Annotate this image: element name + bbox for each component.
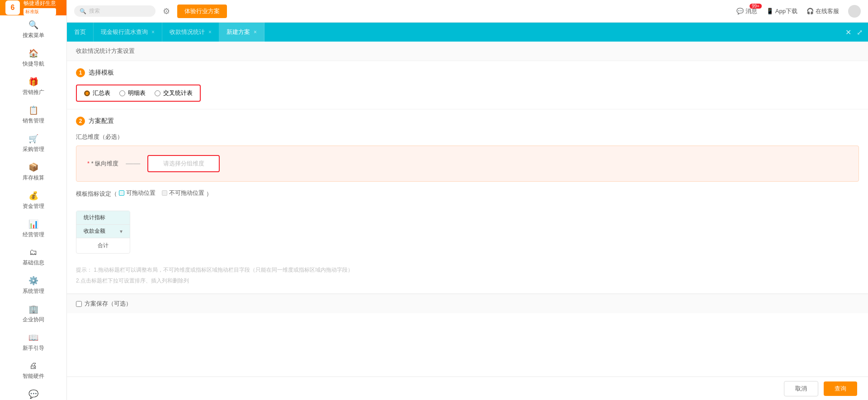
dimension-placeholder[interactable]: 请选择分组维度 <box>147 155 220 172</box>
tip-line2: 2.点击标题栏下拉可设置排序、插入列和删除列 <box>76 275 859 286</box>
hardware-icon: 🖨 <box>29 361 38 371</box>
vertical-label: * * 纵向维度 <box>87 160 118 168</box>
radio-cross-input[interactable] <box>155 90 160 96</box>
save-option: 方案保存（可选） <box>67 294 868 313</box>
service-label: 在线客服 <box>816 7 839 15</box>
save-checkbox[interactable] <box>76 301 82 307</box>
sidebar-item-finance[interactable]: 💰 资金管理 <box>0 186 66 215</box>
tip-line1: 提示： 1.拖动标题栏可以调整布局，不可跨维度或指标区域拖动栏目字段（只能在同一… <box>76 264 859 275</box>
tab-cashflow-label: 现金银行流水查询 <box>101 28 148 36</box>
col-dropdown-icon[interactable]: ▾ <box>120 228 123 235</box>
metrics-table-header: 统计指标 <box>76 211 130 225</box>
tab-new-plan[interactable]: 新建方案× <box>219 23 264 42</box>
metrics-section: 模板指标设定（ 可拖动位置 不可拖动位置 ） <box>76 189 859 254</box>
topbar-right: 💬 消息 99+ 📱 App下载 🎧 在线客服 <box>736 5 861 18</box>
basic-info-label: 基础信息 <box>23 259 44 267</box>
enterprise-label: 企业协同 <box>23 316 44 324</box>
sidebar-item-marketing[interactable]: 🎁 营销推广 <box>0 72 66 101</box>
marketing-label: 营销推广 <box>23 89 44 96</box>
radio-detail[interactable]: 明细表 <box>119 89 146 97</box>
quick-nav-label: 快捷导航 <box>23 60 44 68</box>
settings-icon[interactable]: ⚙ <box>163 6 170 16</box>
message-badge: 99+ <box>750 4 762 9</box>
search-menu-label: 搜索菜单 <box>23 32 44 39</box>
inventory-icon: 📦 <box>28 162 38 172</box>
sidebar-item-search-menu[interactable]: 🔍 搜索菜单 <box>0 15 66 44</box>
sidebar-item-purchase[interactable]: 🛒 采购管理 <box>0 129 66 158</box>
tab-receipts-close[interactable]: × <box>208 29 212 35</box>
search-placeholder: 搜索 <box>89 7 100 15</box>
tab-home[interactable]: 首页 <box>67 23 94 42</box>
logo-text: 畅捷通好生意 <box>24 0 56 7</box>
search-icon: 🔍 <box>80 8 86 14</box>
dimension-section-label: 汇总维度（必选） <box>76 133 859 141</box>
radio-detail-label: 明细表 <box>128 89 146 97</box>
step1-section: 1 选择模板 汇总表 明细表 交叉统计表 <box>67 61 868 109</box>
user-avatar[interactable] <box>848 5 861 18</box>
sidebar-item-guide[interactable]: 📖 新手引导 <box>0 328 66 357</box>
purchase-icon: 🛒 <box>28 134 38 144</box>
message-item[interactable]: 💬 消息 99+ <box>736 7 757 15</box>
step1-title: 1 选择模板 <box>76 68 859 77</box>
tab-new-plan-label: 新建方案 <box>226 28 250 36</box>
vertical-dimension-row: * * 纵向维度 —— 请选择分组维度 <box>87 155 848 172</box>
footer: 取消 查询 <box>67 376 868 400</box>
download-icon: 📱 <box>766 8 774 14</box>
finance-label: 资金管理 <box>23 202 44 210</box>
maximize-icon[interactable]: ⤢ <box>857 28 863 37</box>
page-header: 收款情况统计方案设置 <box>67 42 868 61</box>
step2-title: 2 方案配置 <box>76 117 859 126</box>
metrics-table: 统计指标 收款金额 ▾ 合计 <box>76 211 130 254</box>
sidebar-item-hardware[interactable]: 🖨 智能硬件 <box>0 357 66 385</box>
tab-home-label: 首页 <box>74 28 86 36</box>
topbar: 🔍 搜索 ⚙ 体验行业方案 💬 消息 99+ 📱 App下载 🎧 在线客服 <box>67 0 868 23</box>
radio-cross-label: 交叉统计表 <box>163 89 193 97</box>
sidebar-item-basic-info[interactable]: 🗂 基础信息 <box>0 243 66 271</box>
save-label: 方案保存（可选） <box>85 300 132 308</box>
radio-summary[interactable]: 汇总表 <box>84 89 110 97</box>
trial-button[interactable]: 体验行业方案 <box>177 5 227 18</box>
metrics-col-header[interactable]: 收款金额 ▾ <box>76 225 130 238</box>
enterprise-icon: 🏢 <box>28 304 38 314</box>
radio-summary-input[interactable] <box>84 90 90 96</box>
sales-icon: 📋 <box>28 105 38 115</box>
radio-detail-input[interactable] <box>119 90 125 96</box>
cancel-button[interactable]: 取消 <box>784 381 818 396</box>
service-item[interactable]: 🎧 在线客服 <box>807 7 839 15</box>
purchase-label: 采购管理 <box>23 146 44 153</box>
tab-new-plan-close[interactable]: × <box>254 29 257 35</box>
download-item[interactable]: 📱 App下载 <box>766 7 797 15</box>
tabbar: 首页现金银行流水查询×收款情况统计×新建方案× ✕ ⤢ <box>67 23 868 42</box>
close-window-icon[interactable]: ✕ <box>845 28 851 37</box>
system-label: 系统管理 <box>23 287 44 295</box>
tab-receipts[interactable]: 收款情况统计× <box>162 23 219 42</box>
quick-nav-icon: 🏠 <box>28 48 38 58</box>
template-select-group: 汇总表 明细表 交叉统计表 <box>76 85 201 102</box>
tab-cashflow-close[interactable]: × <box>151 29 155 35</box>
system-icon: ⚙️ <box>28 276 38 286</box>
dimension-area: * * 纵向维度 —— 请选择分组维度 <box>76 146 859 182</box>
radio-cross[interactable]: 交叉统计表 <box>155 89 193 97</box>
logo-icon: 6 <box>5 0 20 15</box>
sidebar-item-operations[interactable]: 📊 经营管理 <box>0 215 66 243</box>
sidebar-item-sales[interactable]: 📋 销售管理 <box>0 101 66 129</box>
sales-label: 销售管理 <box>23 117 44 125</box>
sidebar-logo: 6 畅捷通好生意 标准版 <box>0 0 66 15</box>
metrics-total-cell: 合计 <box>76 238 130 253</box>
sidebar-item-enterprise[interactable]: 🏢 企业协同 <box>0 300 66 328</box>
sidebar-nav: 🔍 搜索菜单 🏠 快捷导航 🎁 营销推广 📋 销售管理 🛒 采购管理 📦 库存核… <box>0 15 66 400</box>
radio-summary-label: 汇总表 <box>93 89 110 97</box>
sidebar: 6 畅捷通好生意 标准版 🔍 搜索菜单 🏠 快捷导航 🎁 营销推广 📋 销售管理… <box>0 0 67 400</box>
tab-cashflow[interactable]: 现金银行流水查询× <box>94 23 162 42</box>
sidebar-item-wechat[interactable]: 💬 企业微信 <box>0 385 66 400</box>
content-area: 收款情况统计方案设置 1 选择模板 汇总表 明细表 交叉统计表 <box>67 42 868 376</box>
step2-label: 方案配置 <box>89 117 114 125</box>
step1-label: 选择模板 <box>89 69 114 77</box>
sidebar-item-quick-nav[interactable]: 🏠 快捷导航 <box>0 44 66 72</box>
topbar-search-box[interactable]: 🔍 搜索 <box>74 5 156 17</box>
inventory-label: 库存核算 <box>23 174 44 182</box>
query-button[interactable]: 查询 <box>824 381 857 396</box>
sidebar-item-inventory[interactable]: 📦 库存核算 <box>0 158 66 186</box>
sidebar-item-system[interactable]: ⚙️ 系统管理 <box>0 271 66 300</box>
operations-icon: 📊 <box>28 219 38 229</box>
